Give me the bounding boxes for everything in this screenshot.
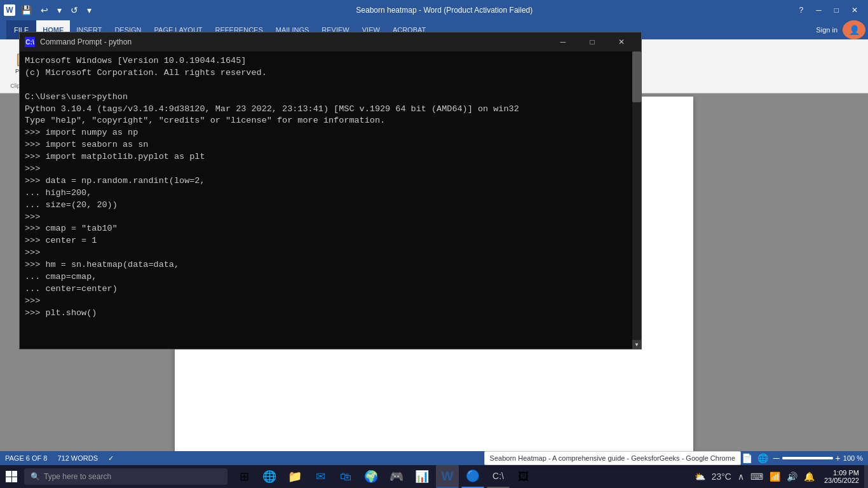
tooltip-text: Seaborn Heatmap - A comprehensive guide … (490, 454, 735, 462)
cmd-line-7: >>> import seaborn as sn (25, 139, 636, 151)
cmd-tb-btn[interactable]: C:\ (487, 465, 510, 488)
title-bar: W 💾 ↩ ▾ ↺ ▾ Seaborn heatmap - Word (Prod… (0, 0, 868, 20)
app7-btn[interactable]: 📊 (410, 465, 433, 488)
app7-icon: 📊 (415, 470, 429, 484)
cmd-icon: C:\ (25, 37, 35, 47)
speaker-icon[interactable]: 🔊 (785, 470, 799, 483)
file-explorer-btn[interactable]: 📁 (283, 465, 306, 488)
quick-more-btn[interactable]: ▾ (84, 4, 95, 17)
show-desktop-btn[interactable] (864, 465, 868, 488)
chevron-up-icon[interactable]: ∧ (736, 470, 746, 483)
redo-btn[interactable]: ↺ (67, 4, 81, 17)
app11-btn[interactable]: 🖼 (512, 465, 535, 488)
undo-btn[interactable]: ↩ (37, 4, 51, 17)
undo-dropdown[interactable]: ▾ (54, 4, 65, 17)
weather-temp: 23°C (710, 470, 733, 483)
restore-btn[interactable]: □ (829, 4, 844, 16)
word-count[interactable]: 712 WORDS (57, 454, 98, 462)
cmd-line-18: ... cmap=cmap, (25, 271, 636, 283)
web-layout-icon[interactable]: 🌐 (757, 453, 768, 463)
help-btn[interactable]: ? (794, 4, 809, 16)
chrome-btn[interactable]: 🔵 (461, 465, 484, 488)
sign-in-btn[interactable]: Sign in (811, 24, 843, 36)
taskbar: 🔍 Type here to search ⊞ 🌐 📁 ✉ 🛍 🌍 🎮 📊 W (0, 465, 868, 488)
cmd-line-0: Microsoft Windows [Version 10.0.19044.16… (25, 55, 636, 67)
edge-icon: 🌐 (262, 470, 276, 484)
browser2-icon: 🌍 (364, 470, 378, 484)
cmd-line-5: Type "help", "copyright", "credits" or "… (25, 115, 636, 127)
scroll-down-arrow: ▼ (634, 342, 639, 348)
store-icon: 🛍 (340, 470, 351, 484)
cmd-title-left: C:\ Command Prompt - python (25, 37, 132, 47)
notification-icon[interactable]: 🔔 (802, 470, 817, 483)
cmd-scrollbar-thumb (632, 51, 641, 102)
systray: ⛅ 23°C ∧ ⌨ 📶 🔊 🔔 (690, 470, 819, 483)
zoom-slider-fill (782, 457, 833, 459)
cmd-line-14: >>> cmap = "tab10" (25, 223, 636, 235)
clock-time: 1:09 PM (833, 469, 859, 477)
cmd-line-13: >>> (25, 212, 636, 224)
cmd-line-6: >>> import numpy as np (25, 127, 636, 139)
taskbar-search-text[interactable]: Type here to search (44, 472, 111, 481)
taskbar-search-bar[interactable]: 🔍 Type here to search (24, 468, 227, 485)
zoom-in-btn[interactable]: + (836, 453, 841, 463)
title-bar-controls: ? ─ □ ✕ (794, 4, 868, 16)
game-btn[interactable]: 🎮 (385, 465, 408, 488)
taskbar-clock[interactable]: 1:09 PM 23/05/2022 (819, 469, 864, 484)
network-icon[interactable]: 📶 (768, 470, 782, 483)
win-quad-2 (12, 471, 18, 477)
store-btn[interactable]: 🛍 (334, 465, 357, 488)
cmd-scroll-down-btn[interactable]: ▼ (632, 340, 641, 349)
cmd-window[interactable]: C:\ Command Prompt - python ─ □ ✕ Micros… (19, 32, 642, 349)
cmd-line-11: ... high=200, (25, 187, 636, 200)
cmd-title-text: Command Prompt - python (40, 37, 132, 46)
file-explorer-icon: 📁 (288, 470, 302, 484)
clock-date: 23/05/2022 (824, 477, 859, 484)
cmd-line-1: (c) Microsoft Corporation. All rights re… (25, 67, 636, 79)
task-view-icon: ⊞ (240, 470, 249, 484)
minimize-btn[interactable]: ─ (811, 4, 827, 16)
cmd-line-3: C:\Users\user>python (25, 92, 636, 104)
task-view-btn[interactable]: ⊞ (233, 465, 255, 488)
word-icon: W (4, 4, 15, 16)
proofread-icon[interactable]: ✓ (108, 454, 114, 463)
keyboard-icon[interactable]: ⌨ (749, 470, 765, 483)
cmd-line-21: >>> plt.show() (25, 308, 636, 320)
cmd-line-15: >>> center = 1 (25, 235, 636, 247)
cmd-title-buttons: ─ □ ✕ (548, 32, 636, 51)
cmd-tb-icon: C:\ (492, 471, 504, 481)
cmd-line-10: >>> data = np.random.randint(low=2, (25, 175, 636, 187)
cmd-line-19: ... center=center) (25, 283, 636, 295)
word-tb-btn[interactable]: W (436, 465, 459, 488)
title-bar-left: W 💾 ↩ ▾ ↺ ▾ (0, 4, 95, 17)
taskbar-search-icon: 🔍 (31, 472, 40, 481)
cmd-restore-btn[interactable]: □ (578, 32, 607, 51)
chrome-icon: 🔵 (466, 469, 480, 483)
user-avatar[interactable]: 👤 (843, 20, 865, 39)
save-quick-btn[interactable]: 💾 (18, 4, 35, 17)
cmd-line-16: >>> (25, 247, 636, 259)
game-icon: 🎮 (390, 470, 403, 484)
cmd-close-btn[interactable]: ✕ (607, 32, 636, 51)
zoom-percent[interactable]: 100 % (843, 454, 863, 462)
zoom-control: ─ + 100 % (773, 453, 863, 463)
cmd-minimize-btn[interactable]: ─ (548, 32, 578, 51)
page-info[interactable]: PAGE 6 OF 8 (5, 454, 47, 462)
window-title: Seaborn heatmap - Word (Product Activati… (95, 6, 794, 15)
cmd-line-2 (25, 79, 636, 92)
zoom-out-btn[interactable]: ─ (773, 453, 780, 463)
chrome-tooltip: Seaborn Heatmap - A comprehensive guide … (484, 451, 741, 465)
edge-btn[interactable]: 🌐 (258, 465, 281, 488)
cmd-scrollbar[interactable]: ▼ (632, 51, 641, 349)
app11-icon: 🖼 (518, 470, 529, 484)
taskbar-right: ⛅ 23°C ∧ ⌨ 📶 🔊 🔔 1:09 PM 23/05/2022 (690, 465, 868, 488)
zoom-slider[interactable] (782, 457, 833, 459)
mail-btn[interactable]: ✉ (309, 465, 332, 488)
mail-icon: ✉ (316, 470, 325, 484)
word-tb-icon: W (442, 469, 454, 484)
cmd-line-20: >>> (25, 295, 636, 308)
browser2-btn[interactable]: 🌍 (360, 465, 383, 488)
close-btn[interactable]: ✕ (846, 4, 863, 16)
print-layout-icon[interactable]: 📄 (742, 453, 752, 463)
start-button[interactable] (0, 465, 23, 488)
